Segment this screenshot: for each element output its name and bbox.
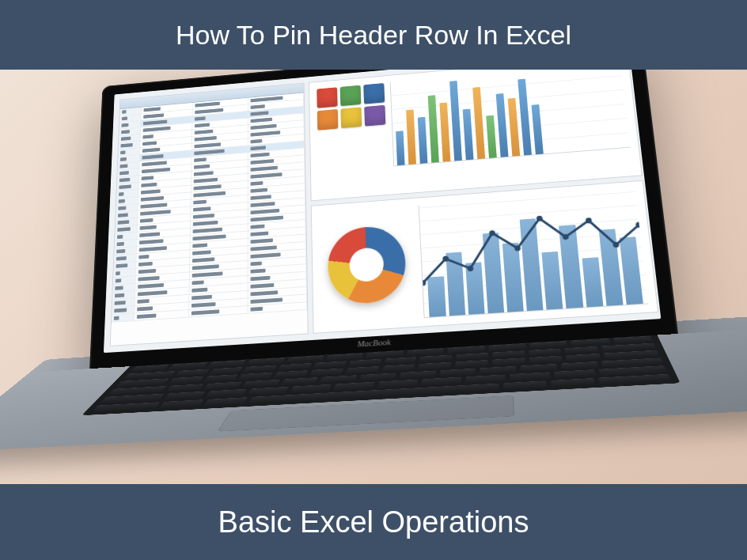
donut-chart-wrap	[320, 206, 416, 324]
keyboard-key	[554, 369, 596, 378]
hero-image-scene: MacBook	[0, 70, 747, 484]
svg-point-9	[635, 221, 643, 228]
color-swatch	[317, 87, 338, 108]
title-banner-top: How To Pin Header Row In Excel	[0, 0, 747, 70]
keyboard-key	[203, 397, 248, 407]
bar	[502, 243, 524, 312]
keyboard-key	[359, 373, 396, 381]
laptop-illustration: MacBook	[49, 70, 747, 484]
title-text: How To Pin Header Row In Excel	[176, 20, 571, 51]
color-swatch	[364, 83, 385, 104]
svg-point-2	[468, 266, 474, 272]
keyboard-key	[520, 364, 557, 373]
keyboard-key	[309, 369, 343, 376]
bar	[440, 102, 451, 161]
laptop-screen	[104, 70, 661, 353]
bar	[396, 131, 405, 166]
svg-point-4	[514, 245, 521, 252]
keyboard-key	[278, 363, 312, 371]
bar	[465, 262, 485, 314]
color-swatch	[341, 107, 362, 128]
keyboard-key	[205, 389, 247, 398]
keyboard-key	[203, 374, 238, 382]
combo-line	[419, 189, 648, 317]
bar	[449, 81, 462, 161]
bar	[463, 108, 474, 160]
keyboard-key	[290, 384, 332, 393]
keyboard-key	[421, 377, 461, 386]
keyboard-key	[243, 365, 277, 373]
keyboard-key	[439, 369, 476, 377]
bar	[418, 116, 428, 163]
bar	[428, 95, 439, 163]
keyboard-key	[159, 399, 204, 409]
bar	[487, 115, 498, 158]
keyboard-key	[529, 356, 563, 364]
keyboard-key	[238, 373, 273, 380]
keyboard-key	[165, 384, 204, 392]
keyboard-key	[384, 357, 416, 365]
svg-point-6	[563, 234, 569, 240]
keyboard-key	[480, 366, 516, 375]
keyboard-key	[561, 361, 599, 370]
color-swatch-grid	[317, 83, 389, 192]
keyboard-key	[492, 358, 525, 365]
keyboard-key	[320, 375, 357, 384]
svg-point-0	[420, 280, 427, 286]
keyboard-key	[168, 376, 203, 384]
bar	[473, 87, 486, 159]
keyboard-key	[377, 380, 417, 388]
bar	[518, 79, 533, 156]
combo-chart	[419, 189, 648, 318]
keyboard-key	[381, 364, 415, 372]
spreadsheet-body	[112, 93, 308, 322]
spreadsheet-pane	[110, 83, 309, 346]
keyboard-key	[418, 362, 451, 370]
bar	[532, 104, 544, 154]
bar	[559, 225, 582, 308]
bottom-charts-pane	[311, 180, 658, 334]
keyboard-key	[281, 377, 319, 386]
spreadsheet-cell	[112, 313, 135, 322]
bar	[598, 229, 623, 305]
keyboard-key	[510, 372, 551, 380]
color-swatch	[340, 85, 362, 106]
keyboard-key	[465, 374, 506, 383]
keyboard-key	[529, 348, 562, 356]
donut-chart	[328, 225, 408, 306]
bar	[542, 251, 563, 309]
keyboard-key	[565, 346, 599, 354]
keyboard-key	[345, 366, 379, 374]
keyboard-key	[492, 350, 525, 358]
keyboard-key	[163, 392, 206, 400]
keyboard-key	[419, 354, 452, 362]
keyboard-key	[567, 354, 601, 361]
top-charts-pane	[309, 70, 643, 201]
color-swatch	[365, 105, 386, 127]
title-banner-bottom: Basic Excel Operations	[0, 484, 747, 560]
bar	[582, 257, 603, 307]
keyboard-key	[348, 359, 381, 367]
bar	[508, 98, 521, 157]
bar	[496, 93, 509, 157]
keyboard-key	[242, 380, 280, 388]
keyboard-key	[503, 380, 547, 390]
keyboard-key	[455, 360, 487, 368]
keyboard-key	[399, 370, 435, 379]
keyboard-key	[248, 387, 290, 395]
bar	[427, 276, 446, 317]
keyboard-key	[456, 353, 488, 361]
bar	[407, 109, 417, 165]
svg-point-7	[586, 218, 592, 224]
keyboard-key	[313, 361, 347, 369]
keyboard-key	[203, 381, 241, 390]
subtitle-text: Basic Excel Operations	[218, 505, 529, 539]
bar-chart-top	[390, 70, 630, 166]
keyboard-key	[274, 370, 309, 378]
bar	[619, 236, 643, 305]
keyboard-key	[551, 378, 595, 388]
keyboard-key	[333, 382, 374, 391]
color-swatch	[317, 109, 339, 131]
svg-point-8	[613, 242, 620, 248]
